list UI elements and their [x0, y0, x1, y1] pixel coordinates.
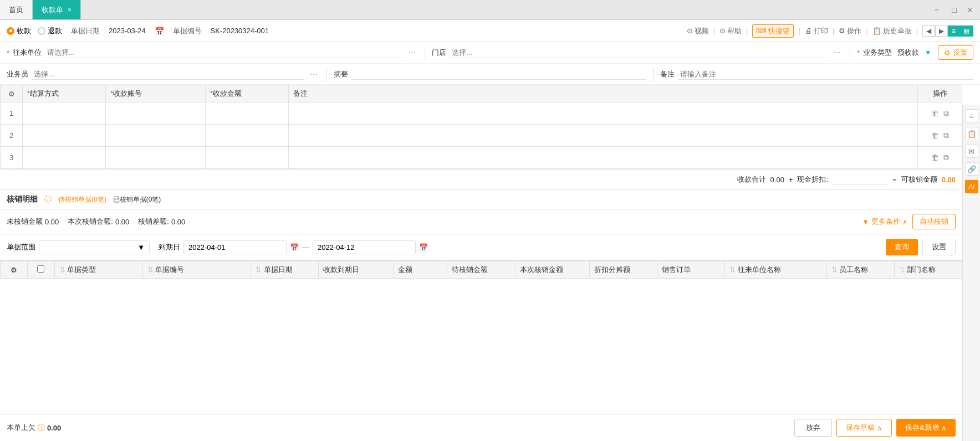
calendar-from-icon[interactable]: 📅 [290, 243, 299, 252]
operation-btn[interactable]: ⚙ 操作 [839, 26, 861, 36]
sub-col-discount: 折扣分摊额 [589, 261, 657, 279]
right-panel-btn-5[interactable]: Ai [965, 180, 978, 193]
calendar-icon[interactable]: 📅 [155, 27, 164, 35]
calendar-to-icon[interactable]: 📅 [419, 243, 428, 252]
row-settlement-2[interactable] [23, 125, 106, 147]
row-amount-1[interactable] [206, 102, 289, 125]
row-account-2[interactable] [106, 125, 206, 147]
table-row: 3 🗑 ⧉ [1, 147, 962, 169]
range-select[interactable]: ▼ [39, 240, 150, 254]
equals-sign: = [892, 176, 897, 184]
row-delete-1[interactable]: 🗑 [931, 109, 939, 118]
remark-input[interactable] [678, 69, 973, 80]
row-delete-3[interactable]: 🗑 [931, 153, 939, 162]
save-new-btn[interactable]: 保存&新增 ∧ [896, 419, 956, 437]
row-copy-2[interactable]: ⧉ [943, 131, 949, 140]
offset-info-icon[interactable]: ⓘ [44, 194, 52, 204]
summary-input[interactable] [351, 69, 647, 80]
right-panel-btn-1[interactable]: ≡ [965, 109, 978, 122]
close-button[interactable]: × [964, 4, 976, 16]
row-remark-3[interactable] [289, 147, 918, 169]
row-remark-2[interactable] [289, 125, 918, 147]
row-delete-2[interactable]: 🗑 [931, 131, 939, 140]
sub-col-order: 销售订单 [657, 261, 725, 279]
current-offset-stat: 本次核销金额: 0.00 [68, 217, 129, 227]
biztype-dropdown-icon[interactable]: ▼ [925, 49, 931, 57]
tab-bar: 首页 收款单 × － □ × [0, 0, 980, 20]
draft-dropdown-icon[interactable]: ∧ [877, 424, 882, 432]
sub-col-partner: ⇅ 往来单位名称 [725, 261, 826, 279]
unchecked-value: 0.00 [45, 218, 59, 226]
row-account-1[interactable] [106, 102, 206, 125]
row-remark-1[interactable] [289, 102, 918, 125]
maximize-button[interactable]: □ [948, 4, 959, 16]
partner-more-btn[interactable]: ··· [406, 48, 418, 58]
right-panel-btn-3[interactable]: ✉ [965, 145, 978, 158]
avail-label: 可核销金额 [901, 175, 937, 184]
bottom-label-group: 本单上欠 ⓘ 0.00 [7, 423, 61, 433]
radio-receipt[interactable]: 收款 [7, 26, 31, 36]
date-from-input[interactable] [183, 240, 287, 254]
video-btn[interactable]: ⊙ 视频 [687, 26, 709, 36]
auto-offset-btn[interactable]: 自动核销 [912, 214, 956, 229]
pending-tab[interactable]: 待核销单据(0笔) [58, 195, 106, 204]
table-footer: 收款合计 0.00 + 现金折扣: = 可核销金额 0.00 [0, 170, 962, 190]
view-list-btn[interactable]: ◀ [922, 25, 935, 37]
save-draft-btn[interactable]: 保存草稿 ∧ [836, 419, 892, 437]
form-settings-btn[interactable]: ⚙ 设置 [938, 45, 973, 60]
date-value[interactable]: 2023-03-24 [109, 27, 146, 35]
done-tab[interactable]: 已核销单据(0笔) [113, 195, 161, 204]
sub-col-type: ⇅ 单据类型 [54, 261, 142, 279]
partner-group: * 往来单位 ··· [7, 47, 418, 58]
duedate-group: 到期日 📅 — 📅 [159, 240, 428, 254]
row-copy-3[interactable]: ⧉ [943, 153, 949, 162]
discount-input[interactable] [833, 174, 888, 185]
staff-more-btn[interactable]: ··· [308, 69, 319, 79]
store-more-btn[interactable]: ··· [831, 48, 843, 58]
view-table-btn[interactable]: ≡ [948, 25, 959, 37]
abandon-btn[interactable]: 放弃 [794, 419, 832, 437]
row-copy-1[interactable]: ⧉ [943, 109, 949, 118]
view-card-btn[interactable]: ▦ [959, 25, 973, 37]
sub-col-amount: 金额 [393, 261, 447, 279]
bottom-info-icon[interactable]: ⓘ [38, 423, 45, 433]
right-panel-btn-2[interactable]: 📋 [965, 127, 978, 140]
toolbar-row: 收款 退款 单据日期 2023-03-24 📅 单据编号 SK-20230324… [0, 20, 980, 42]
minimize-button[interactable]: － [930, 4, 944, 16]
history-btn[interactable]: 📋 历史单据 [872, 26, 912, 36]
diff-stat: 核销差额: 0.00 [138, 217, 185, 227]
stats-right: ▼ 更多条件 ∧ 自动核销 [862, 214, 956, 229]
tab-receipt-close[interactable]: × [68, 6, 72, 14]
date-to-input[interactable] [313, 240, 416, 254]
sub-col-date: ⇅ 单据日期 [251, 261, 319, 279]
right-panel-btn-4[interactable]: 🔗 [965, 162, 978, 176]
row-amount-3[interactable] [206, 147, 289, 169]
row-settlement-1[interactable] [23, 102, 106, 125]
radio-refund[interactable]: 退款 [38, 26, 62, 36]
select-all-checkbox[interactable] [37, 265, 44, 273]
staff-input[interactable] [32, 69, 304, 80]
partner-input[interactable] [45, 47, 403, 58]
filter-settings-btn[interactable]: 设置 [922, 239, 956, 255]
staff-group: 业务员 ··· [7, 69, 320, 80]
store-label: 门店 [432, 48, 446, 58]
sub-table-gear[interactable]: ⚙ [11, 266, 17, 274]
filter-icon: ▼ [862, 218, 869, 226]
save-dropdown-icon[interactable]: ∧ [941, 424, 947, 432]
more-conditions-btn[interactable]: ▼ 更多条件 ∧ [862, 217, 908, 227]
view-grid-btn[interactable]: ▶ [935, 25, 948, 37]
tab-home[interactable]: 首页 [0, 0, 33, 19]
shortcut-btn[interactable]: ⌨ 快捷键 [752, 24, 794, 38]
row-account-3[interactable] [106, 147, 206, 169]
print-btn[interactable]: 🖨 打印 [805, 26, 828, 36]
row-amount-2[interactable] [206, 125, 289, 147]
summary-group: 摘要 [334, 69, 647, 80]
row-settlement-3[interactable] [23, 147, 106, 169]
form-divider-2 [850, 46, 850, 59]
help-btn[interactable]: ⊙ 帮助 [719, 26, 742, 36]
table-gear-icon[interactable]: ⚙ [8, 90, 15, 98]
store-group: 门店 ··· [432, 47, 843, 58]
query-btn[interactable]: 查询 [886, 239, 918, 255]
store-input[interactable] [450, 47, 828, 58]
tab-receipt[interactable]: 收款单 × [33, 0, 81, 19]
